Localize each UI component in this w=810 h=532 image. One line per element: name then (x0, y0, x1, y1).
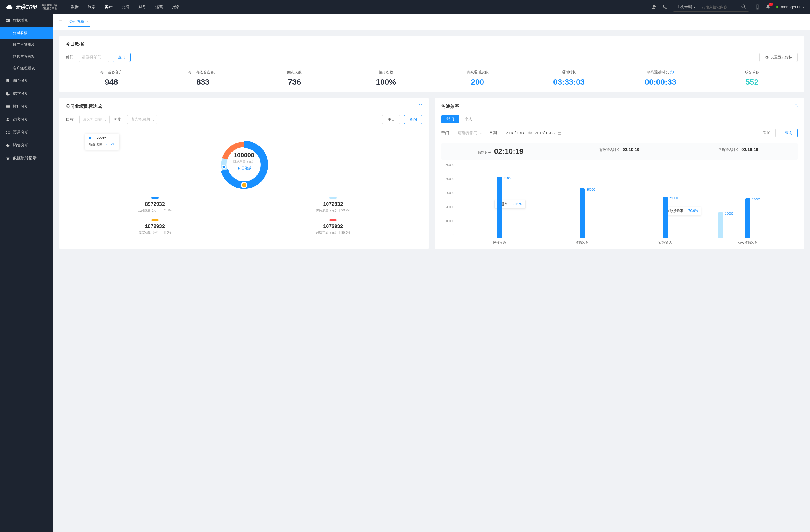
seg-person[interactable]: 个人 (459, 115, 477, 123)
menu-toggle-icon[interactable]: ☰ (59, 20, 63, 24)
query-button[interactable]: 查询 (113, 53, 130, 62)
search-input[interactable] (699, 5, 738, 9)
user-menu[interactable]: manager11 ▾ (776, 5, 804, 9)
mobile-icon[interactable] (755, 4, 760, 10)
main-nav: 数据线索客户公海财务运营报名 (71, 4, 180, 10)
sidebar-item-2[interactable]: 推广分析 (0, 100, 53, 113)
nav-0[interactable]: 数据 (71, 4, 79, 10)
chevron-down-icon: ▾ (803, 6, 804, 9)
y-tick: 10000 (446, 219, 454, 223)
dept-label: 部门 (66, 55, 74, 60)
phone-icon[interactable] (662, 4, 667, 10)
gear-icon (765, 55, 769, 59)
logo: 云朵CRM 教育机构一站式服务云平台 (6, 4, 57, 11)
dept-select[interactable]: 请选择部门⌄ (455, 129, 485, 137)
chart-tooltip: 1072932 所占比例：70.9% (85, 134, 119, 150)
stat-1: 1072932未完成量（元）20.9% (244, 197, 422, 213)
dashboard-icon (6, 18, 10, 23)
y-tick: 30000 (446, 191, 454, 195)
svg-point-8 (222, 165, 225, 168)
username: manager11 (781, 5, 801, 9)
query-button[interactable]: 查询 (780, 129, 798, 137)
metric-5: 通话时长03:33:03 (523, 70, 615, 87)
user-add-icon[interactable] (651, 4, 657, 10)
kpi-0: 通话时长02:10:19 (441, 147, 560, 156)
search-type-select[interactable]: 手机号码▾ (673, 3, 699, 11)
target-card: ⛶ 公司业绩目标达成 目标 请选择目标⌄ 周期 请选择周期⌄ 重置 查询 107… (59, 98, 429, 249)
thumbs-up-icon (237, 166, 240, 170)
reset-button[interactable]: 重置 (382, 115, 400, 124)
date-range-input[interactable]: 2018/01/08 至 2018/01/08 (503, 129, 565, 137)
today-title: 今日数据 (66, 41, 798, 47)
kpi-2: 平均通话时长02:10:19 (679, 147, 798, 156)
donut-value: 100000 (233, 152, 255, 159)
y-tick: 20000 (446, 205, 454, 209)
stat-0: 8972932已完成量（元）70.9% (66, 197, 244, 213)
stat-2: 1072932应完成量（元）8.9% (66, 219, 244, 235)
sidebar-item-4[interactable]: 渠道分析 (0, 126, 53, 139)
sidebar: 数据看板 ︿ 公司看板推广主管看板销售主管看板客户经理看板 漏斗分析成本分析推广… (0, 14, 53, 532)
metric-2: 回访人数736 (249, 70, 340, 87)
chevron-up-icon: ︿ (45, 19, 48, 22)
notification-badge: 5 (769, 2, 773, 6)
query-button[interactable]: 查询 (404, 115, 422, 124)
svg-text:?: ? (671, 71, 673, 74)
nav-5[interactable]: 运营 (155, 4, 163, 10)
notifications[interactable]: 5 (765, 4, 771, 10)
metric-7: 成交单数552 (707, 70, 798, 87)
y-tick: 0 (453, 233, 454, 237)
sidebar-item-1[interactable]: 成本分析 (0, 87, 53, 100)
bar-3: 2800018000有效接通次数 (711, 198, 784, 238)
sidebar-sub-3[interactable]: 客户经理看板 (0, 63, 53, 74)
dept-select[interactable]: 请选择部门⌄ (79, 53, 109, 62)
sidebar-sub-1[interactable]: 推广主管看板 (0, 39, 53, 51)
y-tick: 40000 (446, 177, 454, 181)
nav-3[interactable]: 公海 (122, 4, 129, 10)
target-label: 目标 (66, 117, 74, 122)
settings-button[interactable]: 设置显示指标 (759, 53, 798, 62)
search-box: 手机号码▾ (673, 2, 749, 12)
tab-label: 公司看板 (69, 19, 84, 24)
metric-1: 今日有效首咨客户833 (157, 70, 249, 87)
sidebar-item-6[interactable]: 数据流转记录 (0, 152, 53, 165)
dept-label: 部门 (441, 131, 449, 135)
donut-label: 目标总量（元） (233, 160, 255, 164)
nav-6[interactable]: 报名 (172, 4, 180, 10)
period-select[interactable]: 请选择周期⌄ (127, 115, 158, 124)
metric-0: 今日首咨客户948 (66, 70, 157, 87)
comm-title: 沟通效率 (441, 103, 798, 110)
main: ☰ 公司看板 ✕ 今日数据 部门 请选择部门⌄ 查询 设置显示指标 (53, 14, 810, 532)
date-label: 日期 (489, 131, 497, 135)
reset-button[interactable]: 重置 (758, 129, 776, 137)
metric-6: 平均通话时长?00:00:33 (615, 70, 706, 87)
seg-dept[interactable]: 部门 (441, 115, 459, 123)
svg-point-7 (241, 182, 247, 188)
segment-control: 部门 个人 (441, 115, 798, 123)
target-select[interactable]: 请选择目标⌄ (79, 115, 110, 124)
svg-point-1 (757, 9, 758, 9)
sidebar-sub-0[interactable]: 公司看板 (0, 27, 53, 39)
logo-text: 云朵CRM (15, 4, 37, 11)
expand-icon[interactable]: ⛶ (794, 104, 798, 108)
header: 云朵CRM 教育机构一站式服务云平台 数据线索客户公海财务运营报名 手机号码▾ … (0, 0, 810, 14)
tab-company-board[interactable]: 公司看板 ✕ (68, 17, 90, 27)
nav-2[interactable]: 客户 (104, 4, 113, 10)
tabbar: ☰ 公司看板 ✕ (53, 14, 810, 30)
sidebar-sub-2[interactable]: 销售主管看板 (0, 51, 53, 63)
achieved-badge: 已达成 (233, 166, 255, 171)
kpi-1: 有效通话时长02:10:19 (560, 147, 679, 156)
sidebar-item-5[interactable]: 销售分析 (0, 139, 53, 152)
bar-2: 29000有效通话 (629, 197, 701, 238)
sidebar-category-dashboard[interactable]: 数据看板 ︿ (0, 14, 53, 27)
bar-1: 35000接通次数 (546, 188, 619, 238)
bar-chart: 01000020000300004000050000 接通率：70.9% 有效接… (441, 165, 798, 244)
sidebar-item-0[interactable]: 漏斗分析 (0, 74, 53, 87)
cloud-icon (6, 4, 13, 10)
nav-4[interactable]: 财务 (139, 4, 146, 10)
sidebar-item-3[interactable]: 访客分析 (0, 113, 53, 126)
search-button[interactable] (738, 4, 749, 10)
nav-1[interactable]: 线索 (88, 4, 96, 10)
metric-4: 有效通话次数200 (432, 70, 523, 87)
close-icon[interactable]: ✕ (86, 20, 89, 23)
expand-icon[interactable]: ⛶ (419, 104, 422, 108)
